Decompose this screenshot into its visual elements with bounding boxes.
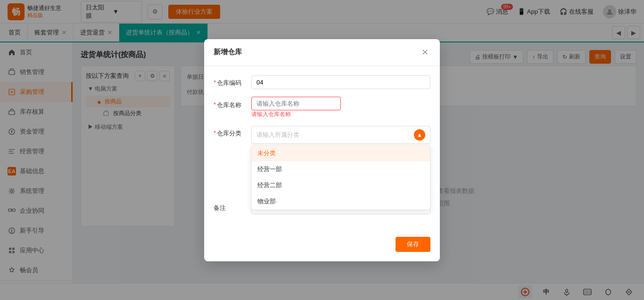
name-label: * 仓库名称: [214, 98, 251, 109]
notes-label: 备注: [214, 200, 251, 212]
form-row-name: * 仓库名称 请输入仓库名称: [214, 97, 430, 118]
save-button[interactable]: 保存: [396, 237, 430, 252]
dropdown-item-dept1[interactable]: 经营一部: [252, 161, 430, 177]
modal-footer: 保存: [204, 231, 440, 261]
name-error-msg: 请输入仓库名称: [214, 110, 291, 118]
add-warehouse-modal: 新增仓库 ✕ * 仓库编码 * 仓库名称: [204, 39, 440, 261]
category-dropdown[interactable]: 请输入所属分类 ▲: [251, 126, 430, 144]
modal-close-button[interactable]: ✕: [419, 47, 430, 58]
dropdown-arrow-icon: ▲: [414, 129, 425, 141]
form-row-code: * 仓库编码: [214, 75, 430, 89]
category-label: * 仓库分类: [214, 126, 251, 138]
modal-header: 新增仓库 ✕: [204, 39, 440, 66]
category-dropdown-list: 未分类 经营一部 经营二部 物业部: [251, 145, 430, 210]
form-row-category: * 仓库分类 请输入所属分类 ▲ 未分类 经营一部 经营二部 物业部: [214, 126, 430, 144]
code-label: * 仓库编码: [214, 75, 251, 87]
name-input[interactable]: [251, 97, 341, 110]
dropdown-item-dept2[interactable]: 经营二部: [252, 177, 430, 193]
modal-overlay[interactable]: 新增仓库 ✕ * 仓库编码 * 仓库名称: [0, 0, 644, 300]
modal-body: * 仓库编码 * 仓库名称 请输入仓库名称: [204, 66, 440, 231]
dropdown-item-uncategorized[interactable]: 未分类: [252, 145, 430, 161]
dropdown-item-dept3[interactable]: 物业部: [252, 193, 430, 209]
code-input[interactable]: [251, 75, 430, 89]
modal-title: 新增仓库: [214, 48, 242, 57]
